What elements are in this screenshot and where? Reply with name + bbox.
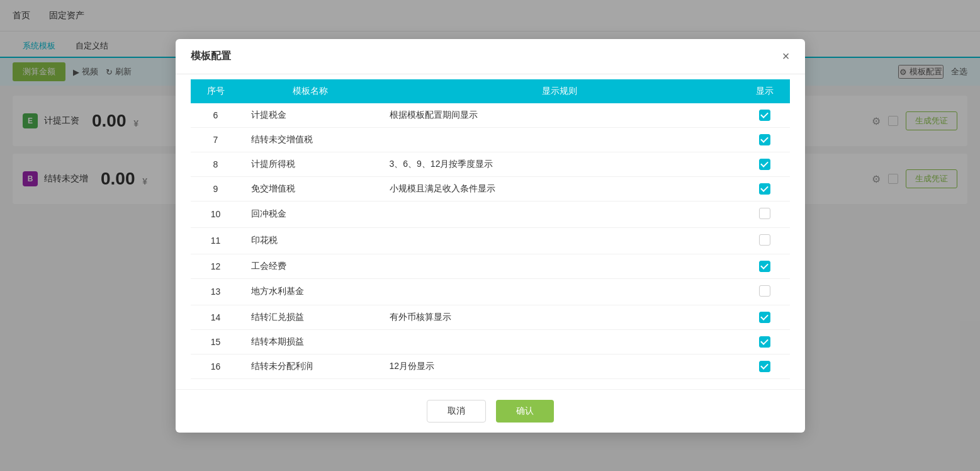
cell-seq: 7	[191, 127, 241, 152]
cell-checkbox	[740, 227, 790, 254]
template-config-modal: 模板配置 × 序号 模板名称 显示规则 显示 6计提税金根据模板配置期间显示7结…	[176, 39, 805, 433]
cell-seq: 8	[191, 152, 241, 176]
config-table: 序号 模板名称 显示规则 显示 6计提税金根据模板配置期间显示7结转未交增值税8…	[191, 79, 790, 379]
cell-rule	[380, 127, 740, 152]
table-row: 9免交增值税小规模且满足收入条件显示	[191, 176, 790, 201]
col-seq: 序号	[191, 79, 241, 103]
modal-footer: 取消 确认	[176, 389, 805, 433]
cell-seq: 14	[191, 305, 241, 329]
table-row: 7结转未交增值税	[191, 127, 790, 152]
cell-checkbox	[740, 103, 790, 128]
checkbox-checked[interactable]	[759, 183, 770, 195]
cell-checkbox	[740, 176, 790, 201]
cell-checkbox	[740, 127, 790, 152]
checkbox-unchecked[interactable]	[759, 285, 770, 297]
modal-close-button[interactable]: ×	[782, 49, 790, 64]
cell-name: 计提税金	[241, 103, 380, 128]
checkbox-checked[interactable]	[759, 312, 770, 323]
cell-name: 免交增值税	[241, 176, 380, 201]
cell-seq: 15	[191, 329, 241, 354]
col-display: 显示	[740, 79, 790, 103]
cell-checkbox	[740, 201, 790, 227]
cell-name: 工会经费	[241, 254, 380, 278]
checkbox-unchecked[interactable]	[759, 234, 770, 246]
cell-name: 结转未分配利润	[241, 354, 380, 378]
cell-seq: 10	[191, 201, 241, 227]
checkbox-checked[interactable]	[759, 361, 770, 372]
table-row: 12工会经费	[191, 254, 790, 278]
cell-seq: 11	[191, 227, 241, 254]
cell-rule	[380, 278, 740, 305]
cell-rule: 3、6、9、12月按季度显示	[380, 152, 740, 176]
cell-rule: 12月份显示	[380, 354, 740, 378]
checkbox-checked[interactable]	[759, 110, 770, 121]
cell-seq: 12	[191, 254, 241, 278]
col-name: 模板名称	[241, 79, 380, 103]
table-row: 10回冲税金	[191, 201, 790, 227]
cell-rule: 有外币核算显示	[380, 305, 740, 329]
table-body: 6计提税金根据模板配置期间显示7结转未交增值税8计提所得税3、6、9、12月按季…	[191, 103, 790, 379]
table-row: 15结转本期损益	[191, 329, 790, 354]
cell-seq: 9	[191, 176, 241, 201]
cell-checkbox	[740, 152, 790, 176]
checkbox-checked[interactable]	[759, 159, 770, 170]
cell-name: 结转汇兑损益	[241, 305, 380, 329]
modal-title: 模板配置	[191, 50, 231, 63]
table-row: 16结转未分配利润12月份显示	[191, 354, 790, 378]
cell-name: 地方水利基金	[241, 278, 380, 305]
checkbox-unchecked[interactable]	[759, 208, 770, 219]
cell-name: 回冲税金	[241, 201, 380, 227]
cell-rule	[380, 227, 740, 254]
cell-seq: 6	[191, 103, 241, 128]
cell-checkbox	[740, 354, 790, 378]
cell-seq: 16	[191, 354, 241, 378]
modal-body: 序号 模板名称 显示规则 显示 6计提税金根据模板配置期间显示7结转未交增值税8…	[176, 74, 805, 389]
cell-name: 印花税	[241, 227, 380, 254]
modal-header: 模板配置 ×	[176, 39, 805, 74]
confirm-button[interactable]: 确认	[496, 400, 554, 423]
table-header: 序号 模板名称 显示规则 显示	[191, 79, 790, 103]
cell-rule: 小规模且满足收入条件显示	[380, 176, 740, 201]
cell-seq: 13	[191, 278, 241, 305]
table-row: 13地方水利基金	[191, 278, 790, 305]
cell-rule	[380, 329, 740, 354]
cell-name: 计提所得税	[241, 152, 380, 176]
checkbox-checked[interactable]	[759, 336, 770, 348]
checkbox-checked[interactable]	[759, 261, 770, 272]
cell-name: 结转未交增值税	[241, 127, 380, 152]
table-row: 14结转汇兑损益有外币核算显示	[191, 305, 790, 329]
table-row: 6计提税金根据模板配置期间显示	[191, 103, 790, 128]
table-row: 11印花税	[191, 227, 790, 254]
col-rule: 显示规则	[380, 79, 740, 103]
cell-rule: 根据模板配置期间显示	[380, 103, 740, 128]
cell-checkbox	[740, 329, 790, 354]
cell-checkbox	[740, 254, 790, 278]
cell-name: 结转本期损益	[241, 329, 380, 354]
table-row: 8计提所得税3、6、9、12月按季度显示	[191, 152, 790, 176]
cell-checkbox	[740, 305, 790, 329]
cell-rule	[380, 254, 740, 278]
cell-checkbox	[740, 278, 790, 305]
checkbox-checked[interactable]	[759, 134, 770, 145]
cell-rule	[380, 201, 740, 227]
modal-overlay: 模板配置 × 序号 模板名称 显示规则 显示 6计提税金根据模板配置期间显示7结…	[0, 0, 980, 471]
cancel-button[interactable]: 取消	[427, 400, 486, 423]
